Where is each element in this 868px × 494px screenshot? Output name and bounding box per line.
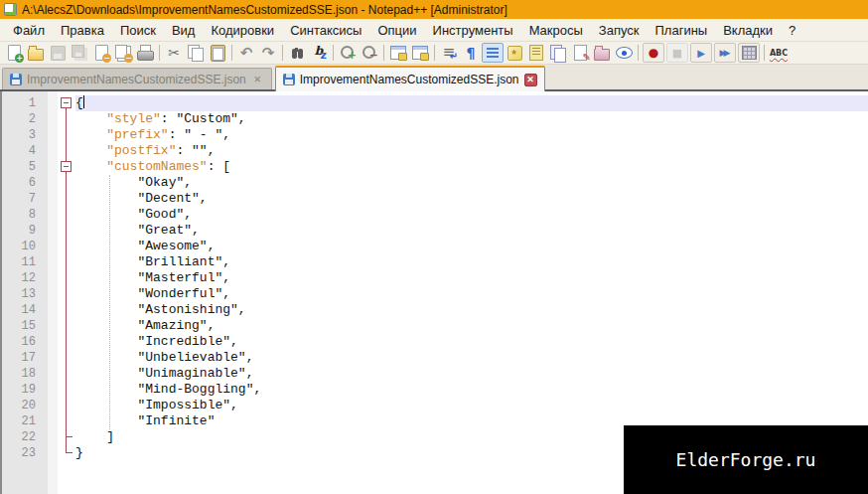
word-wrap-icon[interactable]	[438, 43, 460, 63]
fold-margin	[58, 318, 75, 334]
code-text[interactable]: "customNames": [	[75, 159, 868, 175]
folder-as-workspace-icon[interactable]	[591, 43, 613, 63]
menu-item-settings[interactable]: Опции	[369, 20, 424, 41]
menu-item-encoding[interactable]: Кодировки	[203, 20, 282, 41]
code-text[interactable]: "prefix": " - ",	[75, 127, 868, 143]
macro-play-icon[interactable]	[690, 43, 712, 63]
sync-horizontal-icon[interactable]	[409, 43, 431, 63]
tab-2[interactable]: ImprovementNamesCustomizedSSE.json✕	[275, 66, 545, 91]
tab-1[interactable]: ImprovementNamesCustomizedSSE.json✕	[2, 68, 272, 89]
bookmark-margin[interactable]	[48, 239, 58, 254]
bookmark-margin[interactable]	[48, 223, 58, 239]
close-tab-icon[interactable]: ✕	[251, 73, 264, 85]
print-icon[interactable]	[134, 43, 156, 63]
bookmark-margin[interactable]	[48, 382, 58, 398]
spell-check-icon[interactable]	[768, 43, 790, 63]
bookmark-margin[interactable]	[48, 175, 58, 191]
fold-toggle-icon[interactable]	[58, 95, 75, 111]
menu-item-edit[interactable]: Правка	[53, 20, 112, 41]
bookmark-margin[interactable]	[48, 254, 58, 270]
fold-margin	[58, 413, 75, 429]
new-file-icon[interactable]	[3, 43, 25, 63]
redo-icon[interactable]	[257, 43, 279, 63]
saved-file-icon	[283, 74, 295, 85]
document-list-icon[interactable]	[547, 43, 569, 63]
bookmark-margin[interactable]	[48, 143, 58, 159]
zoom-in-icon[interactable]	[337, 43, 359, 63]
document-map-icon[interactable]	[525, 43, 547, 63]
bookmark-margin[interactable]	[48, 334, 58, 350]
cut-icon[interactable]	[163, 43, 185, 63]
close-all-icon[interactable]	[112, 43, 134, 63]
bookmark-margin[interactable]	[48, 413, 58, 429]
bookmark-margin[interactable]	[48, 445, 58, 461]
bookmark-margin[interactable]	[48, 207, 58, 223]
code-text[interactable]: "Masterful",	[75, 270, 868, 286]
code-text[interactable]: "Amazing",	[75, 318, 868, 334]
show-all-characters-icon[interactable]	[460, 43, 482, 63]
saved-file-icon	[10, 74, 22, 85]
paste-icon[interactable]	[207, 43, 228, 63]
copy-icon[interactable]	[185, 43, 207, 63]
show-indent-guide-icon[interactable]	[482, 43, 504, 63]
macro-run-multiple-icon[interactable]	[714, 43, 736, 63]
define-language-icon[interactable]	[504, 43, 525, 63]
menu-item-search[interactable]: Поиск	[112, 20, 164, 41]
undo-icon[interactable]	[235, 43, 257, 63]
code-text[interactable]: {	[75, 95, 868, 111]
code-text[interactable]: "Impossible",	[75, 398, 868, 413]
macro-record-icon[interactable]	[643, 43, 664, 63]
code-text[interactable]: "Mind-Boggling",	[75, 382, 868, 398]
code-text[interactable]: "Great",	[75, 223, 868, 239]
open-file-icon[interactable]	[25, 43, 47, 63]
code-text[interactable]: "Brilliant",	[75, 254, 868, 270]
function-list-icon[interactable]	[569, 43, 591, 63]
monitoring-icon[interactable]	[613, 43, 635, 63]
bookmark-margin[interactable]	[48, 302, 58, 318]
code-text[interactable]: "Good",	[75, 207, 868, 223]
code-text[interactable]: "postfix": "",	[75, 143, 868, 159]
code-text[interactable]: "Decent",	[75, 191, 868, 207]
macro-save-icon[interactable]	[738, 43, 760, 63]
code-line-17: 17 "Unbelievable",	[2, 350, 868, 366]
code-text[interactable]: "Awesome",	[75, 239, 868, 254]
menu-item-file[interactable]: Файл	[5, 20, 53, 41]
code-text[interactable]: "Unbelievable",	[75, 350, 868, 366]
code-line-19: 19 "Mind-Boggling",	[2, 382, 868, 398]
bookmark-margin[interactable]	[48, 191, 58, 207]
code-text[interactable]: "Wonderful",	[75, 286, 868, 302]
bookmark-margin[interactable]	[48, 286, 58, 302]
close-tab-icon[interactable]: ✕	[524, 74, 537, 86]
close-file-icon[interactable]	[90, 43, 112, 63]
bookmark-margin[interactable]	[48, 270, 58, 286]
code-text[interactable]: "Incredible",	[75, 334, 868, 350]
bookmark-margin[interactable]	[48, 111, 58, 127]
menu-item-view[interactable]: Вид	[164, 20, 204, 41]
code-text[interactable]: "Astonishing",	[75, 302, 868, 318]
bookmark-margin[interactable]	[48, 398, 58, 413]
menu-item-tabs[interactable]: Вкладки	[715, 20, 781, 41]
replace-icon[interactable]	[308, 43, 330, 63]
code-text[interactable]: "style": "Custom",	[75, 111, 868, 127]
bookmark-margin[interactable]	[48, 159, 58, 175]
menu-item-run[interactable]: Запуск	[591, 20, 648, 41]
bookmark-margin[interactable]	[48, 350, 58, 366]
bookmark-margin[interactable]	[48, 95, 58, 111]
find-icon[interactable]	[286, 43, 308, 63]
sync-vertical-icon[interactable]	[387, 43, 409, 63]
bookmark-margin[interactable]	[48, 366, 58, 382]
notepad-plus-plus-icon	[4, 3, 17, 16]
fold-toggle-icon[interactable]	[58, 159, 75, 175]
code-line-13: 13 "Wonderful",	[2, 286, 868, 302]
bookmark-margin[interactable]	[48, 127, 58, 143]
menu-item-plugins[interactable]: Плагины	[648, 20, 716, 41]
menu-item-help[interactable]: ?	[781, 20, 803, 41]
zoom-out-icon[interactable]	[359, 43, 380, 63]
menu-item-tools[interactable]: Инструменты	[425, 20, 521, 41]
bookmark-margin[interactable]	[48, 318, 58, 334]
menu-item-macro[interactable]: Макросы	[521, 20, 591, 41]
menu-item-language[interactable]: Синтаксисы	[282, 20, 369, 41]
code-text[interactable]: "Unimaginable",	[75, 366, 868, 382]
bookmark-margin[interactable]	[48, 429, 58, 445]
code-text[interactable]: "Okay",	[75, 175, 868, 191]
